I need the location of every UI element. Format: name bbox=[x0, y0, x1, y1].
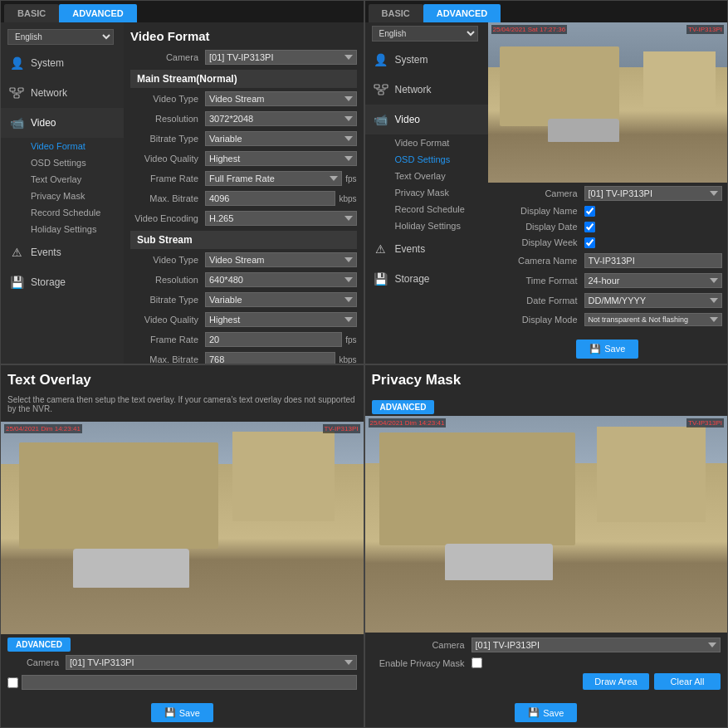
sub-frame-rate-row-q1: Frame Rate 20 fps bbox=[130, 332, 357, 347]
video-type-select-q1[interactable]: Video Stream bbox=[205, 91, 357, 106]
sidebar-item-storage-q1[interactable]: 💾 Storage bbox=[1, 267, 124, 297]
display-week-label-q2: Display Week bbox=[493, 237, 584, 247]
sub-video-type-row-q1: Video Type Video Stream bbox=[130, 252, 357, 267]
sidebar-item-video-q2[interactable]: 📹 Video bbox=[365, 105, 488, 134]
quadrant-video-format: BASIC ADVANCED English 👤 System Network bbox=[0, 0, 364, 364]
sub-max-bitrate-input-q1[interactable]: 768 bbox=[205, 352, 335, 364]
language-select-q1[interactable]: English bbox=[7, 29, 114, 45]
svg-rect-0 bbox=[10, 88, 15, 91]
tab-basic-q2[interactable]: BASIC bbox=[369, 4, 423, 22]
sub-frame-rate-input-q1[interactable]: 20 bbox=[205, 332, 342, 347]
sub-video-quality-select-q1[interactable]: Highest bbox=[205, 312, 357, 327]
video-quality-select-q1[interactable]: Highest bbox=[205, 151, 357, 166]
sub-bitrate-type-row-q1: Bitrate Type Variable bbox=[130, 292, 357, 307]
save-button-q2[interactable]: 💾 Save bbox=[576, 340, 638, 359]
save-bar-q4: 💾 Save bbox=[365, 698, 728, 727]
camera-select-q1[interactable]: [01] TV-IP313PI bbox=[205, 50, 357, 65]
text-checkbox-q3[interactable] bbox=[7, 677, 18, 688]
draw-area-button-q4[interactable]: Draw Area bbox=[583, 673, 649, 690]
video-encoding-select-q1[interactable]: H.265 bbox=[205, 211, 357, 226]
sub-video-type-label-q1: Video Type bbox=[130, 255, 205, 265]
sub-resolution-row-q1: Resolution 640*480 bbox=[130, 272, 357, 287]
display-name-checkbox-q2[interactable] bbox=[584, 206, 595, 217]
resolution-select-q1[interactable]: 3072*2048 bbox=[205, 111, 357, 126]
sidebar-sub-textoverlay-q1[interactable]: Text Overlay bbox=[1, 171, 124, 188]
sidebar-sub-privacymask-q2[interactable]: Privacy Mask bbox=[365, 184, 488, 201]
sidebar-item-network-q2[interactable]: Network bbox=[365, 75, 488, 105]
sidebar-sub-recordschedule-q1[interactable]: Record Schedule bbox=[1, 204, 124, 221]
sidebar-item-video-q1[interactable]: 📹 Video bbox=[1, 108, 124, 138]
sidebar-sub-privacymask-q1[interactable]: Privacy Mask bbox=[1, 188, 124, 204]
camera-label-q2: Camera bbox=[493, 188, 584, 198]
events-icon-q2: ⚠ bbox=[372, 240, 390, 258]
camera-select-q3[interactable]: [01] TV-IP313PI bbox=[66, 655, 357, 670]
sidebar-sub-osd-q1[interactable]: OSD Settings bbox=[1, 154, 124, 171]
video-encoding-row-q1: Video Encoding H.265 bbox=[130, 211, 357, 226]
system-icon-q1: 👤 bbox=[7, 54, 26, 72]
network-icon-q2 bbox=[372, 81, 390, 99]
sidebar-item-system-q1[interactable]: 👤 System bbox=[1, 48, 124, 78]
sidebar-item-events-q2[interactable]: ⚠ Events bbox=[365, 234, 488, 264]
camera-preview-q3: 25/04/2021 Dim 14:23:41 TV-IP313PI bbox=[1, 422, 364, 635]
svg-rect-9 bbox=[379, 91, 384, 95]
save-bar-q2: 💾 Save bbox=[488, 335, 728, 364]
cam-id-q4: TV-IP313PI bbox=[686, 418, 724, 428]
q3-bottom-controls: ADVANCED Camera [01] TV-IP313PI bbox=[1, 634, 364, 698]
language-select-q2[interactable]: English bbox=[372, 26, 478, 42]
sidebar-item-storage-q2[interactable]: 💾 Storage bbox=[365, 264, 488, 294]
sidebar-sub-recordschedule-q2[interactable]: Record Schedule bbox=[365, 201, 488, 217]
advanced-label-q4: ADVANCED bbox=[372, 400, 435, 414]
sidebar-sub-videoformat-q1[interactable]: Video Format bbox=[1, 138, 124, 154]
sidebar-item-system-q2[interactable]: 👤 System bbox=[365, 45, 488, 75]
text-input-q3[interactable] bbox=[22, 675, 357, 690]
display-week-checkbox-q2[interactable] bbox=[584, 237, 595, 248]
display-date-checkbox-q2[interactable] bbox=[584, 222, 595, 232]
sidebar-sub-holiday-q2[interactable]: Holiday Settings bbox=[365, 217, 488, 234]
q4-content: Privacy Mask ADVANCED 25/04/2021 Dim 14:… bbox=[365, 365, 728, 728]
camera-select-q4[interactable]: [01] TV-IP313PI bbox=[471, 638, 721, 652]
sidebar-item-events-q1[interactable]: ⚠ Events bbox=[1, 237, 124, 267]
save-button-q4[interactable]: 💾 Save bbox=[515, 703, 577, 722]
sidebar-sub-textoverlay-q2[interactable]: Text Overlay bbox=[365, 168, 488, 184]
sidebar-sub-videoformat-q2[interactable]: Video Format bbox=[365, 134, 488, 151]
tab-bar-q1: BASIC ADVANCED bbox=[1, 1, 364, 22]
sub-video-quality-row-q1: Video Quality Highest bbox=[130, 312, 357, 327]
time-format-select-q2[interactable]: 24-hour bbox=[584, 273, 723, 288]
quadrant-osd-settings: BASIC ADVANCED English 👤 System Network bbox=[364, 0, 729, 364]
max-bitrate-label-q1: Max. Bitrate bbox=[130, 193, 205, 203]
camera-name-label-q2: Camera Name bbox=[493, 256, 584, 266]
video-type-label-q1: Video Type bbox=[130, 94, 205, 104]
max-bitrate-row-q1: Max. Bitrate 4096 kbps bbox=[130, 191, 357, 206]
tab-basic-q1[interactable]: BASIC bbox=[4, 4, 59, 22]
sidebar-sub-osd-q2[interactable]: OSD Settings bbox=[365, 151, 488, 168]
save-icon-q3: 💾 bbox=[164, 707, 176, 718]
date-format-select-q2[interactable]: DD/MM/YYYY bbox=[584, 293, 723, 308]
camera-name-input-q2[interactable]: TV-IP313PI bbox=[584, 253, 723, 268]
camera-name-row-q2: Camera Name TV-IP313PI bbox=[493, 253, 723, 268]
sub-bitrate-type-select-q1[interactable]: Variable bbox=[205, 292, 357, 307]
svg-rect-7 bbox=[374, 85, 379, 88]
sub-video-quality-label-q1: Video Quality bbox=[130, 315, 205, 325]
video-icon-q1: 📹 bbox=[7, 114, 26, 132]
display-mode-select-q2[interactable]: Not transparent & Not flashing bbox=[584, 313, 723, 326]
system-icon-q2: 👤 bbox=[372, 51, 390, 69]
camera-row-q4: Camera [01] TV-IP313PI bbox=[372, 638, 721, 652]
sub-resolution-select-q1[interactable]: 640*480 bbox=[205, 272, 357, 287]
max-bitrate-input-q1[interactable]: 4096 bbox=[205, 191, 335, 206]
bitrate-type-select-q1[interactable]: Variable bbox=[205, 131, 357, 146]
tab-advanced-q2[interactable]: ADVANCED bbox=[423, 4, 501, 22]
frame-rate-select-q1[interactable]: Full Frame Rate bbox=[205, 171, 342, 186]
clear-all-button-q4[interactable]: Clear All bbox=[654, 673, 721, 690]
video-quality-label-q1: Video Quality bbox=[130, 154, 205, 164]
enable-privacy-checkbox-q4[interactable] bbox=[471, 657, 482, 668]
sidebar-item-network-q1[interactable]: Network bbox=[1, 78, 124, 108]
sidebar-sub-holiday-q1[interactable]: Holiday Settings bbox=[1, 221, 124, 237]
camera-label-q1: Camera bbox=[130, 52, 205, 62]
advanced-label-q3: ADVANCED bbox=[7, 638, 71, 652]
save-button-q3[interactable]: 💾 Save bbox=[151, 703, 213, 722]
sub-video-type-select-q1[interactable]: Video Stream bbox=[205, 252, 357, 267]
video-icon-q2: 📹 bbox=[372, 110, 390, 129]
camera-select-q2[interactable]: [01] TV-IP313PI bbox=[584, 186, 723, 201]
tab-advanced-q1[interactable]: ADVANCED bbox=[59, 4, 137, 22]
bitrate-type-label-q1: Bitrate Type bbox=[130, 134, 205, 144]
